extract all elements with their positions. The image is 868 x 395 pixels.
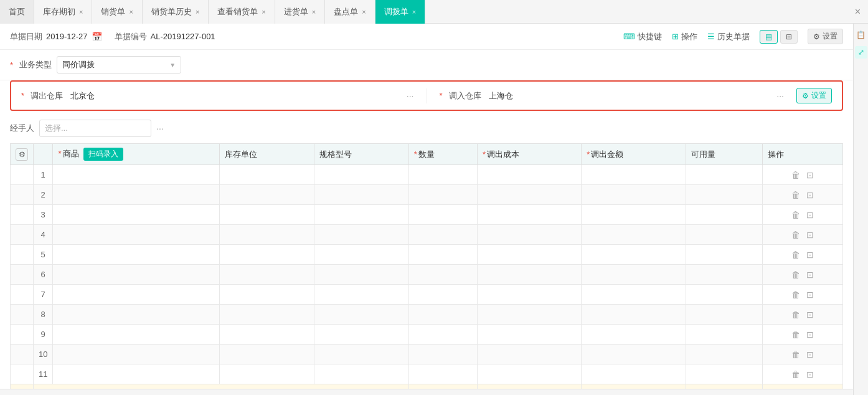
- row-spec[interactable]: [314, 225, 409, 245]
- row-goods[interactable]: [53, 245, 220, 265]
- row-delete-icon[interactable]: 🗑: [791, 170, 800, 180]
- row-amount[interactable]: [582, 165, 686, 185]
- row-goods[interactable]: [53, 345, 220, 364]
- row-unit[interactable]: [220, 225, 314, 245]
- horizontal-scrollbar[interactable]: [0, 389, 853, 395]
- row-unit[interactable]: [220, 325, 314, 345]
- row-copy-icon[interactable]: ⊡: [806, 170, 814, 180]
- row-unit[interactable]: [220, 165, 314, 185]
- row11-cost[interactable]: [478, 364, 582, 384]
- business-type-select[interactable]: 同价调拨 ▼: [57, 56, 181, 74]
- row-copy-icon[interactable]: ⊡: [806, 310, 814, 320]
- row11-goods[interactable]: [53, 364, 220, 384]
- row-qty[interactable]: [408, 245, 477, 265]
- row-spec[interactable]: [314, 185, 409, 205]
- tab-sales-history-close[interactable]: ×: [196, 8, 199, 16]
- tab-transfer-close[interactable]: ×: [412, 8, 416, 16]
- row-cost[interactable]: [478, 285, 582, 305]
- row-available[interactable]: [686, 185, 762, 205]
- row-unit[interactable]: [220, 185, 314, 205]
- row-available[interactable]: [686, 165, 762, 185]
- row-spec[interactable]: [314, 205, 409, 225]
- row-available[interactable]: [686, 205, 762, 225]
- row-amount[interactable]: [582, 325, 686, 345]
- row-goods[interactable]: [53, 305, 220, 325]
- sidebar-note-icon[interactable]: 📋: [855, 29, 867, 41]
- layout-btn-1[interactable]: ▤: [760, 30, 778, 44]
- row-unit[interactable]: [220, 205, 314, 225]
- row-delete-icon[interactable]: 🗑: [791, 330, 800, 340]
- row-qty[interactable]: [408, 205, 477, 225]
- row-cost[interactable]: [478, 245, 582, 265]
- row-delete-icon[interactable]: 🗑: [791, 210, 800, 220]
- row-cost[interactable]: [478, 345, 582, 364]
- row-unit[interactable]: [220, 305, 314, 325]
- row-available[interactable]: [686, 345, 762, 364]
- row-copy-icon[interactable]: ⊡: [806, 290, 814, 300]
- row-delete-icon[interactable]: 🗑: [791, 290, 800, 300]
- warehouse-in-value[interactable]: 上海仓: [489, 90, 772, 102]
- tab-sales-close[interactable]: ×: [129, 8, 133, 16]
- row-copy-icon[interactable]: ⊡: [806, 230, 814, 240]
- row-copy-icon[interactable]: ⊡: [806, 350, 814, 359]
- row-available[interactable]: [686, 325, 762, 345]
- row-qty[interactable]: [408, 165, 477, 185]
- row-available[interactable]: [686, 245, 762, 265]
- row-amount[interactable]: [582, 285, 686, 305]
- date-value[interactable]: 2019-12-27: [46, 32, 88, 41]
- row-cost[interactable]: [478, 165, 582, 185]
- row-qty[interactable]: [408, 185, 477, 205]
- row-cost[interactable]: [478, 225, 582, 245]
- tab-purchase[interactable]: 进货单 ×: [275, 0, 325, 24]
- row11-unit[interactable]: [220, 364, 314, 384]
- row-goods[interactable]: [53, 265, 220, 285]
- operation-button[interactable]: ⊞ 操作: [672, 31, 697, 42]
- row-cost[interactable]: [478, 185, 582, 205]
- row-goods[interactable]: [53, 285, 220, 305]
- layout-btn-2[interactable]: ⊟: [780, 30, 798, 44]
- row-amount[interactable]: [582, 245, 686, 265]
- row-spec[interactable]: [314, 265, 409, 285]
- row11-spec[interactable]: [314, 364, 409, 384]
- row-unit[interactable]: [220, 245, 314, 265]
- row-delete-icon[interactable]: 🗑: [791, 230, 800, 240]
- row-cost[interactable]: [478, 305, 582, 325]
- tab-sales-history[interactable]: 销货单历史 ×: [143, 0, 209, 24]
- tab-stocktake-close[interactable]: ×: [362, 8, 366, 16]
- row-delete-icon[interactable]: 🗑: [791, 250, 800, 260]
- row-available[interactable]: [686, 285, 762, 305]
- row-unit[interactable]: [220, 285, 314, 305]
- row-spec[interactable]: [314, 305, 409, 325]
- row11-copy-icon[interactable]: ⊡: [806, 369, 814, 379]
- warehouse-out-value[interactable]: 北京仓: [70, 90, 402, 102]
- history-button[interactable]: ☰ 历史单据: [707, 31, 750, 42]
- shortcut-button[interactable]: ⌨ 快捷键: [623, 31, 662, 42]
- row11-amount[interactable]: [582, 364, 686, 384]
- row-amount[interactable]: [582, 345, 686, 364]
- tab-view-sales[interactable]: 查看销货单 ×: [209, 0, 275, 24]
- row-qty[interactable]: [408, 225, 477, 245]
- row-amount[interactable]: [582, 205, 686, 225]
- row-goods[interactable]: [53, 205, 220, 225]
- row-goods[interactable]: [53, 185, 220, 205]
- row-spec[interactable]: [314, 345, 409, 364]
- row-qty[interactable]: [408, 325, 477, 345]
- row-copy-icon[interactable]: ⊡: [806, 210, 814, 220]
- row11-qty[interactable]: [408, 364, 477, 384]
- scan-button[interactable]: 扫码录入: [83, 148, 123, 161]
- row-amount[interactable]: [582, 225, 686, 245]
- handler-more-btn[interactable]: ···: [156, 123, 164, 133]
- tab-purchase-close[interactable]: ×: [312, 8, 316, 16]
- row-copy-icon[interactable]: ⊡: [806, 330, 814, 340]
- tab-stocktake[interactable]: 盘点单 ×: [325, 0, 375, 24]
- warehouse-settings-button[interactable]: ⚙ 设置: [796, 88, 832, 103]
- tab-inventory-init-close[interactable]: ×: [79, 8, 83, 16]
- settings-button[interactable]: ⚙ 设置: [808, 29, 843, 44]
- row-delete-icon[interactable]: 🗑: [791, 270, 800, 280]
- tab-home[interactable]: 首页: [0, 0, 34, 24]
- row-qty[interactable]: [408, 265, 477, 285]
- row-amount[interactable]: [582, 265, 686, 285]
- row-qty[interactable]: [408, 345, 477, 364]
- sidebar-expand-icon[interactable]: ⤢: [855, 46, 867, 59]
- row-delete-icon[interactable]: 🗑: [791, 350, 800, 359]
